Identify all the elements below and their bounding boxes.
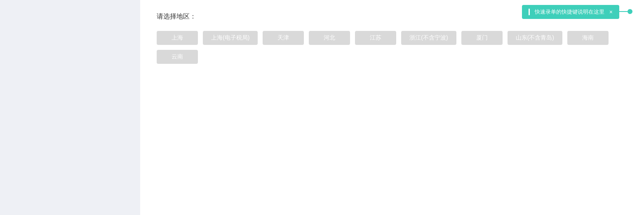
region-button-xiamen[interactable]: 厦门 (461, 31, 503, 45)
region-button-hebei[interactable]: 河北 (309, 31, 350, 45)
region-button-yunnan[interactable]: 云南 (157, 50, 198, 64)
tooltip-banner: 快速录单的快捷键说明在这里 × (522, 5, 619, 19)
tooltip-line (619, 11, 628, 12)
sidebar (0, 0, 140, 215)
region-button-shanghai-etax[interactable]: 上海(电子税局) (203, 31, 258, 45)
region-button-jiangsu[interactable]: 江苏 (355, 31, 396, 45)
tooltip-dot (628, 9, 632, 14)
main-content: 请选择地区： 上海上海(电子税局)天津河北江苏浙江(不含宁波)厦门山东(不含青岛… (140, 0, 644, 215)
region-button-shandong[interactable]: 山东(不含青岛) (508, 31, 562, 45)
region-button-zhejiang[interactable]: 浙江(不含宁波) (401, 31, 456, 45)
close-button[interactable]: × (609, 9, 613, 15)
bar-icon (529, 9, 530, 15)
region-button-hainan[interactable]: 海南 (567, 31, 609, 45)
region-button-tianjin[interactable]: 天津 (263, 31, 304, 45)
region-buttons: 上海上海(电子税局)天津河北江苏浙江(不含宁波)厦门山东(不含青岛)海南云南 (157, 31, 628, 64)
region-button-shanghai[interactable]: 上海 (157, 31, 198, 45)
tooltip-text: 快速录单的快捷键说明在这里 (535, 8, 604, 16)
